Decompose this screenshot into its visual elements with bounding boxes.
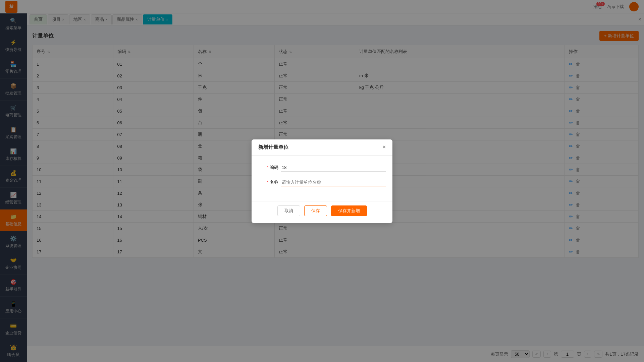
name-label: 名称 [258,179,278,185]
modal-close-button[interactable]: × [383,144,386,150]
save-and-new-button[interactable]: 保存并新增 [331,205,367,216]
save-button[interactable]: 保存 [304,205,327,216]
modal-header: 新增计量单位 × [252,139,392,156]
modal-footer: 取消 保存 保存并新增 [252,201,392,223]
modal-overlay[interactable]: 新增计量单位 × 编码 名称 取消 保存 保存并新增 [0,0,644,362]
modal-title: 新增计量单位 [258,144,288,150]
modal-body: 编码 名称 [252,156,392,201]
code-input[interactable] [281,164,386,172]
code-label: 编码 [258,165,278,171]
cancel-button[interactable]: 取消 [277,205,300,216]
name-input[interactable] [281,178,386,186]
add-measure-unit-modal: 新增计量单位 × 编码 名称 取消 保存 保存并新增 [252,139,392,223]
form-row-name: 名称 [258,178,386,186]
form-row-code: 编码 [258,164,386,172]
